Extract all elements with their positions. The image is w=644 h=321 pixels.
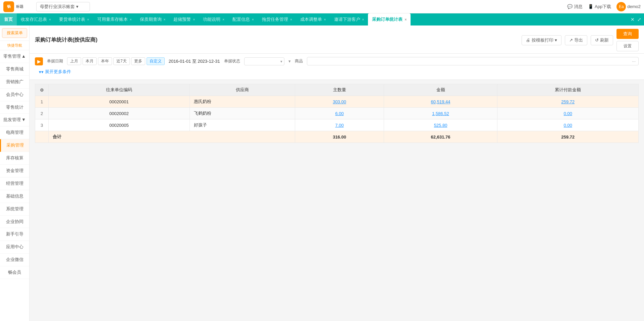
tab-caigou[interactable]: 采购订单统计表 × — [368, 13, 411, 25]
date-btn-last-month[interactable]: 上月 — [67, 57, 81, 65]
sidebar-item-zero-retail[interactable]: 零售管理 ▲ — [0, 50, 29, 63]
export-button[interactable]: ↗ 导出 — [565, 35, 587, 45]
tab-tuohuo[interactable]: 拖货任务管理 × — [258, 13, 296, 25]
sidebar-ecommerce-label: 电商管理 — [6, 130, 23, 135]
sidebar-marketing-label: 营销推广 — [6, 79, 23, 84]
tab-yaohuo[interactable]: 要货单统计表 × — [55, 13, 93, 25]
tab-yaohuo-close[interactable]: × — [87, 18, 89, 21]
cell-supplier: 惠氏奶粉 — [190, 96, 295, 108]
sidebar-item-basic-info[interactable]: 基础信息 — [0, 190, 29, 203]
tab-baozhiqi-label: 保质期查询 — [140, 16, 162, 22]
sidebar-item-wechat[interactable]: 企业微信 — [0, 254, 29, 266]
sidebar-item-zero-stat[interactable]: 零售统计 — [0, 101, 29, 114]
sidebar-item-vip[interactable]: 畅会员 — [0, 266, 29, 279]
tab-yaoqing-close[interactable]: × — [362, 18, 364, 21]
tab-keyongliang[interactable]: 可用量库存账本 × — [93, 13, 136, 25]
cell-qty[interactable]: 7.00 — [295, 119, 384, 131]
tab-baozhiqi-close[interactable]: × — [164, 18, 166, 21]
date-btn-more[interactable]: 更多 — [131, 57, 145, 65]
app-label: App下载 — [595, 4, 611, 10]
tab-chaochuyujing-close[interactable]: × — [193, 18, 195, 21]
query-button[interactable]: 查询 — [616, 29, 639, 39]
date-btn-this-year[interactable]: 本年 — [98, 57, 112, 65]
cell-paid[interactable]: 0.00 — [497, 108, 639, 119]
cell-qty[interactable]: 303.00 — [295, 96, 384, 108]
sidebar-item-finance[interactable]: 资金管理 — [0, 165, 29, 177]
sidebar-item-system[interactable]: 系统管理 — [0, 203, 29, 216]
top-right-area: 💬 消息 📱 App下载 Ea demo2 — [567, 2, 641, 11]
data-table: ⚙ 往来单位编码 供应商 主数量 金额 累计付款金额 1 00020001 惠氏… — [35, 84, 639, 143]
tab-gongneng[interactable]: 功能说明 × — [199, 13, 228, 25]
user-info[interactable]: Ea demo2 — [616, 2, 641, 11]
maximize-btn[interactable]: ⤢ — [637, 17, 641, 22]
cell-amount[interactable]: 525.80 — [384, 119, 497, 131]
tab-peizhi[interactable]: 配置信息 × — [228, 13, 258, 25]
sidebar-item-enterprise[interactable]: 企业协同 — [0, 216, 29, 228]
product-filter-input[interactable] — [310, 59, 632, 64]
settings-button[interactable]: 设置 — [616, 41, 639, 51]
tab-shoufayuhui-close[interactable]: × — [49, 18, 51, 21]
tab-tuohuo-close[interactable]: × — [290, 18, 292, 21]
cell-amount[interactable]: 1,586.52 — [384, 108, 497, 119]
status-select[interactable] — [244, 57, 284, 65]
sidebar-item-inventory[interactable]: 库存核算 — [0, 152, 29, 165]
date-btn-7days[interactable]: 近7天 — [113, 57, 130, 65]
tab-shoufayuhui[interactable]: 收发存汇总表 × — [17, 13, 55, 25]
tab-keyongliang-close[interactable]: × — [130, 18, 132, 21]
filter-toggle-btn[interactable]: ▶ — [35, 57, 43, 65]
table-row[interactable]: 3 00020005 好孩子 7.00 525.80 0.00 — [35, 119, 639, 131]
product-filter-input-wrap[interactable]: ··· — [307, 57, 639, 65]
sidebar-inventory-label: 库存核算 — [6, 155, 23, 160]
close-all-tabs-btn[interactable]: ✕ — [631, 17, 635, 22]
sidebar-item-member[interactable]: 会员中心 — [0, 89, 29, 101]
product-more-icon[interactable]: ··· — [632, 59, 636, 64]
table-row[interactable]: 2 00020002 飞鹤奶粉 6.00 1,586.52 0.00 — [35, 108, 639, 119]
tab-tuohuo-label: 拖货任务管理 — [262, 16, 288, 22]
app-download-btn[interactable]: 📱 App下载 — [588, 4, 611, 10]
date-btn-this-month[interactable]: 本月 — [83, 57, 97, 65]
sidebar-item-ecommerce[interactable]: 电商管理 — [0, 126, 29, 139]
print-button[interactable]: 🖨 按模板打印 ▾ — [522, 35, 561, 45]
table-area: ⚙ 往来单位编码 供应商 主数量 金额 累计付款金额 1 00020001 惠氏… — [30, 80, 644, 321]
tab-peizhi-close[interactable]: × — [252, 18, 254, 21]
store-selector[interactable]: 母婴行业演示账套 ▾ — [36, 2, 90, 11]
sidebar-newbie-label: 新手引导 — [6, 231, 23, 236]
expand-row: ▾▾ 展开更多条件 — [35, 67, 639, 76]
tab-home[interactable]: 首页 — [0, 13, 17, 25]
col-settings[interactable]: ⚙ — [35, 84, 49, 96]
sidebar-item-operations[interactable]: 经营管理 — [0, 177, 29, 190]
tab-chaochuyujing[interactable]: 超储预警 × — [169, 13, 199, 25]
avatar: Ea — [616, 2, 626, 11]
cell-paid[interactable]: 0.00 — [497, 119, 639, 131]
sidebar-item-app-center[interactable]: 应用中心 — [0, 241, 29, 254]
search-menu-btn[interactable]: 搜索菜单 — [2, 28, 27, 38]
sidebar-item-marketing[interactable]: 营销推广 — [0, 76, 29, 89]
tab-chengben-close[interactable]: × — [324, 18, 326, 21]
tab-gongneng-close[interactable]: × — [222, 18, 224, 21]
sidebar-item-wholesale[interactable]: 批发管理 ▼ — [0, 114, 29, 126]
sidebar-item-purchase[interactable]: 采购管理 — [0, 139, 29, 152]
expand-conditions-btn[interactable]: ▾▾ 展开更多条件 — [35, 67, 639, 76]
message-btn[interactable]: 💬 消息 — [567, 4, 583, 10]
refresh-button[interactable]: ↺ 刷新 — [591, 35, 613, 45]
sidebar-basic-info-label: 基础信息 — [6, 194, 23, 199]
tab-caigou-close[interactable]: × — [405, 18, 407, 21]
date-btn-custom[interactable]: 自定义 — [147, 57, 165, 65]
cell-qty[interactable]: 6.00 — [295, 108, 384, 119]
sidebar-enterprise-label: 企业协同 — [6, 219, 23, 224]
sidebar-zero-retail-arrow: ▲ — [21, 54, 26, 59]
logo-area: 畅 标题 — [3, 1, 33, 12]
sidebar-nav-btn[interactable]: 快捷导航 — [0, 41, 29, 50]
tab-yaoqing[interactable]: 邀请下游客户 × — [330, 13, 368, 25]
tab-yaoqing-label: 邀请下游客户 — [334, 16, 360, 22]
cell-code: 00020005 — [49, 119, 190, 131]
cell-paid[interactable]: 259.72 — [497, 96, 639, 108]
cell-amount[interactable]: 60,519.44 — [384, 96, 497, 108]
tab-chengben[interactable]: 成本调整单 × — [296, 13, 330, 25]
sidebar-item-newbie[interactable]: 新手引导 — [0, 228, 29, 241]
footer-paid: 259.72 — [497, 131, 639, 143]
tab-baozhiqi[interactable]: 保质期查询 × — [136, 13, 170, 25]
sidebar-item-zero-mall[interactable]: 零售商城 — [0, 63, 29, 76]
sidebar-zero-mall-label: 零售商城 — [6, 66, 23, 71]
table-row[interactable]: 1 00020001 惠氏奶粉 303.00 60,519.44 259.72 — [35, 96, 639, 108]
